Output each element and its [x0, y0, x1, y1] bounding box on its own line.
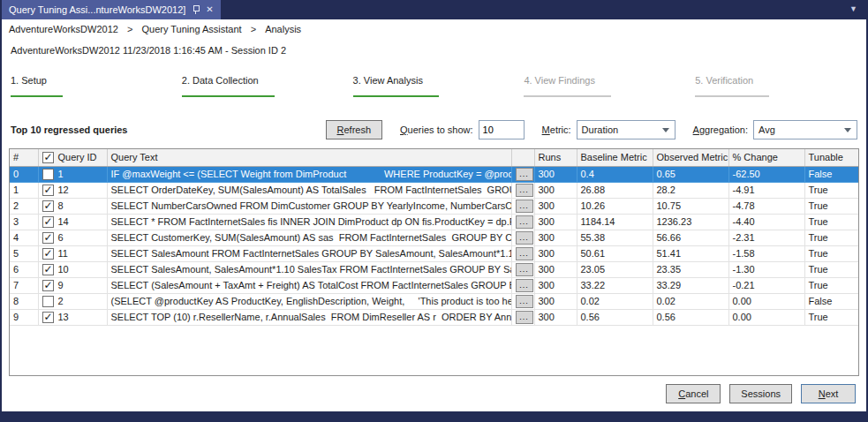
observed-metric-value: 0.56 [653, 309, 728, 325]
tunable-value: False [804, 293, 858, 309]
table-row[interactable]: 3 14 SELECT * FROM FactInternetSales fis… [10, 214, 858, 230]
row-checkbox[interactable] [42, 216, 54, 228]
wizard-step-setup: 1. Setup [11, 75, 182, 97]
table-row[interactable]: 0 1 IF @maxWeight <= (SELECT Weight from… [10, 166, 858, 182]
runs-value: 300 [534, 293, 577, 309]
cancel-button[interactable]: Cancel [666, 384, 721, 403]
breadcrumb-item-analysis[interactable]: Analysis [265, 24, 301, 34]
table-row[interactable]: 1 12 SELECT OrderDateKey, SUM(SalesAmoun… [10, 182, 858, 198]
baseline-metric-value: 10.26 [577, 198, 653, 214]
wizard-step-verification: 5. Verification [695, 75, 866, 97]
row-checkbox[interactable] [42, 200, 54, 212]
section-title: Top 10 regressed queries [11, 124, 127, 135]
tunable-value: True [804, 182, 858, 198]
table-row[interactable]: 7 9 SELECT (SalesAmount + TaxAmt + Freig… [10, 277, 858, 293]
query-detail-cell: ... [511, 198, 534, 214]
breadcrumb-separator: > [251, 24, 256, 34]
table-row[interactable]: 2 8 SELECT NumberCarsOwned FROM DimCusto… [10, 198, 858, 214]
row-checkbox[interactable] [42, 248, 54, 260]
row-checkbox[interactable] [42, 264, 54, 275]
observed-metric-value: 33.29 [653, 277, 728, 293]
metric-select[interactable]: Duration [577, 120, 676, 139]
query-detail-cell: ... [511, 261, 534, 277]
step-label: 4. View Findings [524, 75, 611, 97]
select-all-checkbox[interactable] [42, 152, 54, 163]
queries-to-show-input[interactable] [479, 120, 525, 139]
column-header-index: # [10, 149, 38, 166]
query-id: 10 [58, 264, 69, 275]
pct-change-value: -2.31 [728, 230, 804, 245]
breadcrumb-item-database[interactable]: AdventureWorksDW2012 [9, 24, 118, 34]
query-text: SELECT CustomerKey, SUM(SalesAmount) AS … [107, 230, 511, 245]
row-checkbox[interactable] [42, 296, 54, 307]
table-row[interactable]: 4 6 SELECT CustomerKey, SUM(SalesAmount)… [10, 230, 858, 245]
row-index: 7 [10, 277, 38, 293]
query-text: SELECT NumberCarsOwned FROM DimCustomer … [107, 198, 511, 214]
next-button[interactable]: Next [801, 384, 856, 403]
step-label: 1. Setup [11, 75, 63, 97]
table-row[interactable]: 8 2 (SELECT @productKey AS ProductKey, E… [10, 293, 858, 309]
query-detail-button[interactable]: ... [516, 184, 533, 197]
query-id: 2 [58, 296, 64, 306]
sessions-button[interactable]: Sessions [729, 384, 792, 403]
query-detail-button[interactable]: ... [516, 311, 533, 324]
observed-metric-value: 0.02 [653, 293, 728, 309]
query-detail-button[interactable]: ... [516, 168, 533, 181]
aggregation-select[interactable]: Avg [753, 120, 857, 139]
wizard-step-view-findings: 4. View Findings [524, 75, 695, 97]
query-detail-button[interactable]: ... [516, 231, 533, 245]
row-checkbox[interactable] [42, 312, 54, 323]
pct-change-value: 0.00 [728, 293, 804, 309]
regressed-queries-table: # Query ID Query Text Runs Baseline Metr… [9, 148, 859, 376]
column-header-baseline-metric: Baseline Metric [577, 149, 653, 166]
query-detail-button[interactable]: ... [516, 215, 533, 229]
document-tab[interactable]: Query Tuning Assi...ntureWorksDW2012] ✕ [2, 0, 221, 19]
session-label: AdventureWorksDW2012 11/23/2018 1:16:45 … [11, 45, 866, 56]
column-header-tunable: Tunable [804, 149, 858, 166]
metric-selected-value: Duration [582, 124, 619, 135]
tunable-value: True [804, 245, 858, 261]
section-row: Top 10 regressed queries Refresh Queries… [11, 120, 857, 139]
query-id: 9 [58, 280, 64, 290]
pct-change-value: -62.50 [728, 166, 804, 182]
runs-value: 300 [534, 166, 577, 182]
runs-value: 300 [534, 245, 577, 261]
pct-change-value: -4.91 [728, 182, 804, 198]
query-detail-button[interactable]: ... [516, 295, 533, 308]
baseline-metric-value: 0.02 [577, 293, 653, 309]
step-label: 2. Data Collection [182, 75, 275, 97]
query-detail-button[interactable]: ... [516, 247, 533, 260]
baseline-metric-value: 23.05 [577, 261, 653, 277]
query-detail-button[interactable]: ... [516, 279, 533, 292]
row-query-id-cell: 9 [38, 277, 107, 293]
step-label: 5. Verification [695, 75, 769, 97]
row-checkbox[interactable] [42, 185, 54, 196]
query-detail-cell: ... [511, 245, 534, 261]
row-query-id-cell: 14 [38, 214, 107, 230]
table-row[interactable]: 6 10 SELECT SalesAmount, SalesAmount*1.1… [10, 261, 858, 277]
query-detail-button[interactable]: ... [516, 200, 533, 213]
window-menu-caret-icon[interactable]: ▼ [849, 5, 857, 13]
row-query-id-cell: 11 [38, 245, 107, 261]
wizard-step-data-collection: 2. Data Collection [182, 75, 353, 97]
query-detail-button[interactable]: ... [516, 263, 533, 276]
row-checkbox[interactable] [42, 280, 54, 291]
tunable-value: True [804, 309, 858, 325]
table-row[interactable]: 9 13 SELECT TOP (10) r.ResellerName, r.A… [10, 309, 858, 325]
row-query-id-cell: 10 [38, 261, 107, 277]
title-bar: Query Tuning Assi...ntureWorksDW2012] ✕ … [2, 0, 866, 19]
pct-change-value: -1.58 [728, 245, 804, 261]
query-detail-cell: ... [511, 293, 534, 309]
query-detail-cell: ... [511, 230, 534, 245]
breadcrumb-item-assistant[interactable]: Query Tuning Assistant [141, 24, 241, 34]
query-text: SELECT TOP (10) r.ResellerName, r.Annual… [107, 309, 511, 325]
column-header-observed-metric: Observed Metric [653, 149, 728, 166]
close-icon[interactable]: ✕ [206, 5, 213, 14]
row-checkbox[interactable] [42, 169, 54, 180]
table-row[interactable]: 5 11 SELECT SalesAmount FROM FactInterne… [10, 245, 858, 261]
refresh-button[interactable]: Refresh [326, 120, 383, 139]
row-checkbox[interactable] [42, 232, 54, 244]
baseline-metric-value: 1184.14 [577, 214, 653, 230]
pin-icon[interactable] [192, 5, 200, 15]
row-index: 3 [10, 214, 38, 230]
